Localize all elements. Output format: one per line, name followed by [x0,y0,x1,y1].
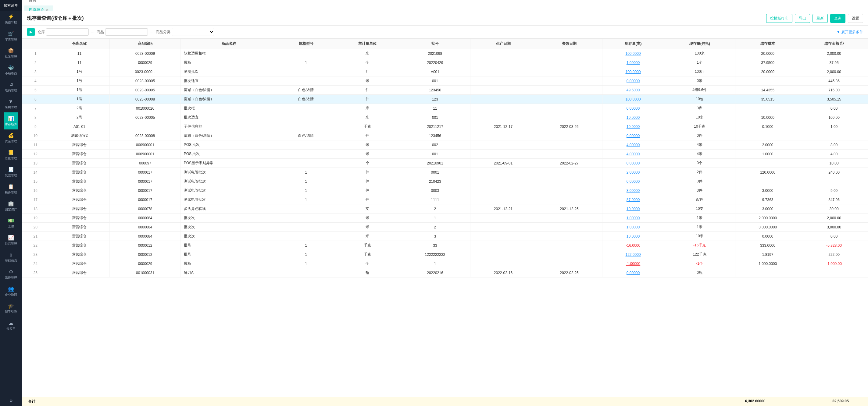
table-row: 23营营综仓0000012批号1千克1222222222122.0000122千… [22,250,868,259]
cell-2 [110,122,181,131]
sidebar-item-collab[interactable]: 👥企业协同 [4,283,18,300]
cell-7 [470,131,536,140]
cell-8 [536,140,602,149]
sidebar-item-assets[interactable]: 💰资金管理 [4,130,18,146]
print-button[interactable]: 按模板打印 [766,14,793,23]
main-area: 首页库存批次✕ 现存量查询(按仓库＋批次) 按模板打印 导出 刷新 查询 设置 … [22,0,868,406]
cell-8 [536,131,602,140]
sidebar-item-ops[interactable]: 📈经营管理 [4,232,18,249]
cell-9[interactable]: 0.00000 [602,76,664,86]
cell-6: 001 [400,149,470,159]
sidebar-item-system[interactable]: ⚙系统管理 [4,266,18,283]
sidebar-item-ecommerce-small[interactable]: 🐳小鲸电商 [4,62,18,79]
table-row: 19营营综仓0000084批次次米11.000001米2,000.00002,0… [22,213,868,223]
cell-0: 6 [22,95,49,104]
sidebar-label-ecommerce: 电商管理 [5,88,17,93]
category-label: 商品分类 [156,30,170,35]
cell-9[interactable]: 2.00000 [602,168,664,177]
cell-9[interactable]: 4.00000 [602,140,664,149]
search-button[interactable]: 查询 [830,14,845,23]
settings-button[interactable]: 设置 [848,14,863,23]
cell-9[interactable]: 1.00000 [602,223,664,232]
sidebar-item-purchase[interactable]: 🛍采购管理 [4,96,18,112]
cell-9[interactable]: 0.00000 [602,131,664,140]
sidebar-item-payroll[interactable]: 💵工资 [4,215,18,232]
cell-5: 个 [335,58,400,67]
cell-12: 30.00 [800,204,868,213]
cell-9[interactable]: 0.00000 [602,159,664,168]
cell-8: 2022-02-25 [536,268,602,277]
cell-9[interactable]: 10.0000 [602,232,664,241]
cell-9[interactable]: 10.0000 [602,122,664,131]
export-button[interactable]: 导出 [795,14,810,23]
cell-10: 100米 [664,49,735,58]
cell-5: 件 [335,177,400,186]
cell-6: 2 [400,223,470,232]
filter-expand-btn[interactable]: ▶ [27,28,35,36]
cell-6: 20210901 [400,159,470,168]
cell-2: 0000029 [110,58,181,67]
sidebar-settings[interactable]: ⚙ [0,396,22,406]
table-row: 51号0023-00005富减（白色/浓情）白色/浓情件12345649.600… [22,86,868,95]
category-select[interactable] [172,28,214,36]
goods-input[interactable] [105,28,148,36]
cell-9[interactable]: 100.0000 [602,49,664,58]
cell-3: 测试电管批次 [181,168,277,177]
cell-3: 富减（白色/浓情） [181,86,277,95]
sidebar-item-inventory[interactable]: 📊库存核算 [4,112,18,130]
cell-9[interactable]: 0.00000 [602,104,664,113]
cell-11 [735,131,800,140]
cell-9[interactable]: -16.0000 [602,241,664,250]
cell-0: 11 [22,140,49,149]
cell-9[interactable]: 10.0000 [602,204,664,213]
expand-conditions-btn[interactable]: ▼ 展开更多条件 [837,30,863,35]
cell-9[interactable]: 87.0000 [602,195,664,204]
cell-9[interactable]: 0.00000 [602,177,664,186]
cell-12: 0.00 [800,232,868,241]
cell-4 [277,268,335,277]
cell-11: 0.1000 [735,122,800,131]
cell-9[interactable]: 1.00000 [602,58,664,67]
cell-9[interactable]: 0.00000 [602,268,664,277]
sidebar-item-fixed-assets[interactable]: 🏢固定资产 [4,198,18,215]
cell-1: 11 [49,49,110,58]
cell-3: POS 批次 [181,140,277,149]
sidebar-item-ecommerce[interactable]: 🖥电商管理 [4,79,18,96]
cell-10: 122千克 [664,250,735,259]
cell-9[interactable]: -1.00000 [602,259,664,268]
tab-home[interactable]: 首页 [24,0,53,5]
sidebar-item-invoice[interactable]: 🧾发票管理 [4,164,18,181]
sidebar-search[interactable]: 搜索菜单 [0,0,22,11]
sidebar-item-quick-nav[interactable]: ⚡快捷导航 [4,11,18,28]
cell-9[interactable]: 100.0000 [602,67,664,76]
cell-9[interactable]: 4.00000 [602,149,664,159]
cell-0: 18 [22,204,49,213]
cell-11: 1.0000 [735,149,800,159]
sidebar-item-general[interactable]: 📒总账管理 [4,146,18,164]
cell-12: 10.00 [800,159,868,168]
cell-3: POS显示率别异常 [181,159,277,168]
cell-9[interactable]: 10.0000 [602,113,664,122]
sidebar-item-tax[interactable]: 📋税务管理 [4,181,18,198]
cell-0: 2 [22,58,49,67]
cell-8 [536,232,602,241]
warehouse-input[interactable] [46,28,89,36]
cell-0: 20 [22,223,49,232]
cell-9[interactable]: 1.00000 [602,213,664,223]
cell-9[interactable]: 49.6000 [602,86,664,95]
sidebar-item-cloud[interactable]: ☁云应用 [4,317,18,334]
sidebar-item-retail[interactable]: 🛒零售管理 [4,28,18,45]
cell-9[interactable]: 100.0000 [602,95,664,104]
cell-3: 展板 [181,58,277,67]
cell-9[interactable]: 122.0000 [602,250,664,259]
cell-4: 白色/浓情 [277,131,335,140]
sidebar-item-wholesale[interactable]: 📦批发管理 [4,45,18,62]
sidebar-item-basic[interactable]: ℹ基础信息 [4,249,18,266]
col-header-4: 规格型号 [277,39,335,49]
cell-9[interactable]: 3.00000 [602,186,664,195]
refresh-button[interactable]: 刷新 [812,14,828,23]
sidebar-item-newbie[interactable]: 🎓新手引导 [4,300,18,317]
cell-6: 11 [400,104,470,113]
cell-1: A01-01 [49,122,110,131]
cell-12 [800,177,868,186]
